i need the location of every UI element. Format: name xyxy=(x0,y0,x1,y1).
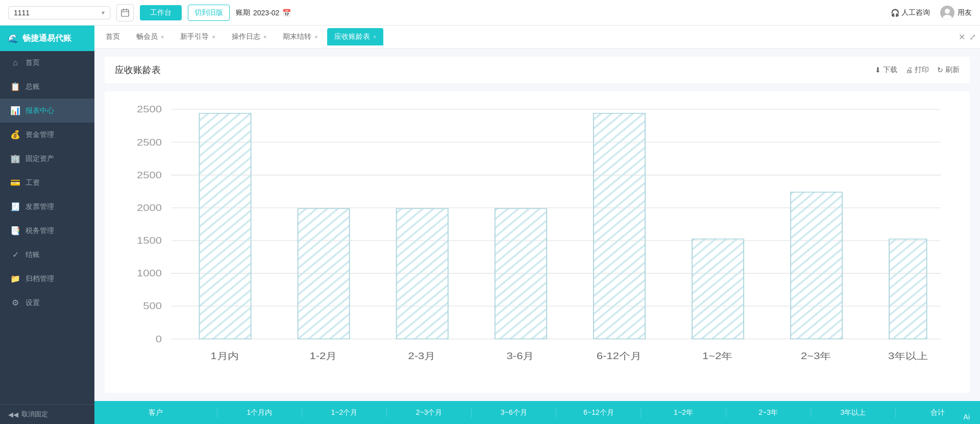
chart-inner: 2500 2500 2500 2000 1500 1000 500 0 xyxy=(115,102,960,383)
tabs-actions: ✕ ⤢ xyxy=(959,32,976,42)
tab-label-member: 畅会员 xyxy=(136,32,158,41)
sidebar-item-checkout[interactable]: ✓ 结账 xyxy=(0,243,94,267)
svg-text:1500: 1500 xyxy=(137,235,162,246)
print-label: 打印 xyxy=(915,65,929,75)
svg-text:2500: 2500 xyxy=(137,104,162,114)
period-calendar-icon[interactable]: 📅 xyxy=(282,9,291,17)
svg-rect-25 xyxy=(200,113,251,339)
workbench-button[interactable]: 工作台 xyxy=(140,5,182,20)
refresh-button[interactable]: ↻ 刷新 xyxy=(937,65,960,75)
sidebar-icon-archive: 📁 xyxy=(10,274,20,284)
close-tab-button[interactable]: ✕ xyxy=(959,32,965,42)
tab-close-closing[interactable]: × xyxy=(314,34,317,40)
page-actions: ⬇ 下载 🖨 打印 ↻ 刷新 xyxy=(875,65,960,75)
sidebar-nav: ⌂ 首页 📋 总账 📊 报表中心 💰 资金管理 🏢 固定资产 💳 工资 🧾 发票… xyxy=(0,51,94,404)
tabs-bar: 首页畅会员×新手引导×操作日志×期末结转×应收账龄表× ✕ ⤢ xyxy=(94,26,980,49)
tab-oplog[interactable]: 操作日志× xyxy=(225,28,274,45)
sidebar-icon-assets: 🏢 xyxy=(10,154,20,163)
sidebar-item-archive[interactable]: 📁 归档管理 xyxy=(0,267,94,291)
sidebar-icon-settings: ⚙ xyxy=(10,298,20,308)
tab-label-oplog: 操作日志 xyxy=(232,32,260,41)
period-info: 账期 2023-02 📅 xyxy=(236,8,291,17)
svg-text:3年以上: 3年以上 xyxy=(888,351,928,361)
sidebar-item-settings[interactable]: ⚙ 设置 xyxy=(0,291,94,315)
svg-rect-39 xyxy=(889,239,927,339)
table-header-col-3: 2~3个月 xyxy=(387,408,472,417)
sidebar-item-invoice[interactable]: 🧾 发票管理 xyxy=(0,195,94,219)
svg-point-5 xyxy=(945,9,950,14)
sidebar-label-checkout: 结账 xyxy=(26,250,40,260)
print-button[interactable]: 🖨 打印 xyxy=(905,65,929,75)
tab-aging[interactable]: 应收账龄表× xyxy=(327,28,383,45)
sidebar-item-assets[interactable]: 🏢 固定资产 xyxy=(0,147,94,171)
tab-close-guide[interactable]: × xyxy=(212,34,215,40)
tab-label-home: 首页 xyxy=(106,32,120,41)
chevron-down-icon: ▾ xyxy=(102,9,105,16)
sidebar-label-invoice: 发票管理 xyxy=(26,202,54,211)
sidebar-item-tax[interactable]: 📑 税务管理 xyxy=(0,219,94,243)
sidebar-label-archive: 归档管理 xyxy=(26,274,54,284)
table-header-col-1: 1个月内 xyxy=(217,408,302,417)
ai-badge[interactable]: Ai xyxy=(953,410,980,424)
table-header-col-5: 6~12个月 xyxy=(556,408,641,417)
table-header-col-6: 1~2年 xyxy=(641,408,726,417)
tab-label-closing: 期末结转 xyxy=(283,32,311,41)
sidebar-label-settings: 设置 xyxy=(26,298,40,308)
sidebar-label-tax: 税务管理 xyxy=(26,226,54,235)
sidebar-logo: 🌊 畅捷通易代账 xyxy=(0,26,94,51)
bar-chart: 2500 2500 2500 2000 1500 1000 500 0 xyxy=(115,102,960,383)
svg-text:2500: 2500 xyxy=(137,170,162,180)
headset-icon: 🎧 xyxy=(891,9,899,17)
svg-text:500: 500 xyxy=(143,301,162,311)
sidebar-icon-ledger: 📋 xyxy=(10,82,20,91)
svg-rect-27 xyxy=(298,208,350,339)
sidebar-icon-checkout: ✓ xyxy=(10,250,20,260)
sidebar-icon-invoice: 🧾 xyxy=(10,202,20,211)
company-selector[interactable]: 1111 ▾ xyxy=(8,6,110,19)
logo-text: 畅捷通易代账 xyxy=(22,33,71,44)
tab-home[interactable]: 首页 xyxy=(99,28,127,45)
tab-guide[interactable]: 新手引导× xyxy=(173,28,222,45)
period-value: 2023-02 xyxy=(253,9,279,17)
svg-text:6-12个月: 6-12个月 xyxy=(597,351,642,361)
calendar-button[interactable] xyxy=(116,4,134,21)
svg-rect-0 xyxy=(121,10,129,16)
sidebar-item-ledger[interactable]: 📋 总账 xyxy=(0,75,94,99)
tab-close-member[interactable]: × xyxy=(161,34,164,40)
sidebar-label-reports: 报表中心 xyxy=(26,106,54,115)
tab-closing[interactable]: 期末结转× xyxy=(276,28,325,45)
sidebar-icon-reports: 📊 xyxy=(10,106,20,115)
refresh-label: 刷新 xyxy=(945,65,960,75)
svg-text:0: 0 xyxy=(156,334,162,344)
sidebar-item-reports[interactable]: 📊 报表中心 xyxy=(0,99,94,123)
user-name: 用友 xyxy=(958,8,972,17)
logo-icon: 🌊 xyxy=(8,34,18,43)
tab-member[interactable]: 畅会员× xyxy=(129,28,171,45)
download-icon: ⬇ xyxy=(875,66,881,74)
page-content: 应收账龄表 ⬇ 下载 🖨 打印 ↻ 刷新 xyxy=(94,49,980,401)
sidebar-item-home[interactable]: ⌂ 首页 xyxy=(0,51,94,75)
consult-button[interactable]: 🎧 人工咨询 xyxy=(891,8,930,17)
tab-close-oplog[interactable]: × xyxy=(263,34,266,40)
sidebar-item-funds[interactable]: 💰 资金管理 xyxy=(0,123,94,147)
content-area: 首页畅会员×新手引导×操作日志×期末结转×应收账龄表× ✕ ⤢ 应收账龄表 ⬇ … xyxy=(94,26,980,424)
sidebar-bottom-pin[interactable]: ◀◀ 取消固定 xyxy=(0,404,94,424)
svg-text:3-6月: 3-6月 xyxy=(507,351,534,361)
header-right: 🎧 人工咨询 用友 xyxy=(891,6,972,20)
download-button[interactable]: ⬇ 下载 xyxy=(875,65,897,75)
page-title: 应收账龄表 xyxy=(115,64,161,76)
pin-label: 取消固定 xyxy=(21,410,48,419)
sidebar-label-assets: 固定资产 xyxy=(26,154,54,163)
expand-tab-button[interactable]: ⤢ xyxy=(969,32,976,42)
tab-label-guide: 新手引导 xyxy=(180,32,209,41)
user-info[interactable]: 用友 xyxy=(940,6,972,20)
period-prefix: 账期 xyxy=(236,8,250,17)
refresh-icon: ↻ xyxy=(937,66,943,74)
page-header: 应收账龄表 ⬇ 下载 🖨 打印 ↻ 刷新 xyxy=(105,57,970,83)
sidebar-icon-salary: 💳 xyxy=(10,178,20,187)
switch-version-button[interactable]: 切到旧版 xyxy=(188,5,230,21)
tab-close-aging[interactable]: × xyxy=(373,34,376,40)
svg-text:2-3月: 2-3月 xyxy=(408,351,436,361)
sidebar-item-salary[interactable]: 💳 工资 xyxy=(0,171,94,195)
print-icon: 🖨 xyxy=(905,66,913,74)
